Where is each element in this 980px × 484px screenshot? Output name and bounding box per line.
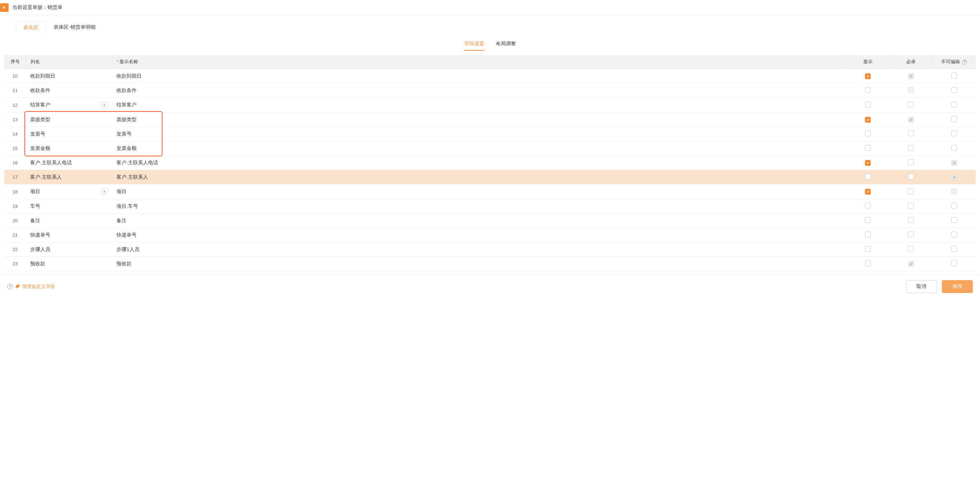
colname-label: 收款条件 xyxy=(30,88,50,94)
cell-display-name[interactable]: 项目.车号 xyxy=(112,199,846,213)
cell-colname: 步骤人员 xyxy=(26,242,112,257)
table-row[interactable]: 19车号项目.车号 xyxy=(4,199,976,213)
cell-locked xyxy=(932,156,976,170)
cell-required xyxy=(889,98,932,113)
cell-display-name[interactable]: 步骤1人员 xyxy=(112,242,846,257)
checkbox[interactable] xyxy=(865,145,871,151)
checkbox[interactable] xyxy=(865,246,871,252)
cell-display-name[interactable]: 收款到期日 xyxy=(112,69,846,83)
table-row[interactable]: 11收款条件收款条件 xyxy=(4,83,976,98)
checkbox[interactable] xyxy=(951,260,957,266)
outer-tab-1[interactable]: 表体区-销货单明细 xyxy=(46,21,103,34)
add-sub-field-button[interactable]: + xyxy=(101,101,108,108)
checkbox[interactable] xyxy=(951,217,957,223)
cell-display-name[interactable]: 快递单号 xyxy=(112,228,846,242)
table-row[interactable]: 22步骤人员步骤1人员 xyxy=(4,242,976,257)
add-sub-field-button[interactable]: + xyxy=(101,188,108,195)
cell-display-name[interactable]: 客户.主联系人 xyxy=(112,170,846,185)
checkbox[interactable] xyxy=(865,73,871,79)
checkbox[interactable] xyxy=(865,174,871,180)
cell-required xyxy=(889,141,932,156)
checkbox xyxy=(908,261,914,267)
cell-required xyxy=(889,113,932,127)
cell-show xyxy=(846,156,889,170)
table-row[interactable]: 13票据类型票据类型 xyxy=(4,113,976,127)
table-row[interactable]: 21快递单号快递单号 xyxy=(4,228,976,242)
cell-seq: 15 xyxy=(4,141,26,156)
cell-required xyxy=(889,156,932,170)
table-row[interactable]: 12结算客户+结算客户 xyxy=(4,98,976,113)
cell-locked xyxy=(932,257,976,271)
help-icon[interactable]: ? xyxy=(7,284,13,290)
save-button[interactable]: 保存 xyxy=(942,280,973,293)
footer-bar: ? 管理自定义字段 取消 保存 xyxy=(0,275,980,298)
cell-required xyxy=(889,185,932,199)
checkbox[interactable] xyxy=(951,102,957,108)
checkbox[interactable] xyxy=(865,117,871,123)
checkbox[interactable] xyxy=(865,260,871,266)
th-locked: 不可编辑 ? xyxy=(932,55,976,69)
checkbox[interactable] xyxy=(951,145,957,151)
table-row[interactable]: 15发票金额发票金额 xyxy=(4,141,976,156)
cell-colname: 发票金额 xyxy=(26,141,112,156)
cancel-button[interactable]: 取消 xyxy=(906,280,937,293)
checkbox[interactable] xyxy=(908,203,914,209)
checkbox[interactable] xyxy=(951,131,957,136)
checkbox[interactable] xyxy=(908,232,914,237)
cell-display-name[interactable]: 票据类型 xyxy=(112,113,846,127)
cell-required xyxy=(889,242,932,257)
checkbox[interactable] xyxy=(908,174,914,180)
help-icon[interactable]: ? xyxy=(962,60,967,65)
table-row[interactable]: 20备注备注 xyxy=(4,213,976,228)
checkbox[interactable] xyxy=(865,87,871,93)
cell-seq: 10 xyxy=(4,69,26,83)
checkbox[interactable] xyxy=(908,159,914,165)
checkbox xyxy=(951,188,957,194)
table-row[interactable]: 18项目+项目 xyxy=(4,185,976,199)
checkbox[interactable] xyxy=(951,203,957,209)
th-seq: 序号 xyxy=(4,55,26,69)
table-row[interactable]: 14发票号发票号 xyxy=(4,127,976,141)
cell-display-name[interactable]: 客户.主联系人电话 xyxy=(112,156,846,170)
cell-display-name[interactable]: 预收款 xyxy=(112,257,846,271)
cell-colname: 收款条件 xyxy=(26,83,112,98)
cell-display-name[interactable]: 收款条件 xyxy=(112,83,846,98)
checkbox[interactable] xyxy=(951,87,957,93)
cell-locked xyxy=(932,170,976,185)
cell-locked xyxy=(932,199,976,213)
checkbox[interactable] xyxy=(908,102,914,108)
cell-display-name[interactable]: 结算客户 xyxy=(112,98,846,113)
table-row[interactable]: 23预收款预收款 xyxy=(4,257,976,271)
cell-display-name[interactable]: 项目 xyxy=(112,185,846,199)
checkbox[interactable] xyxy=(865,102,871,108)
table-row[interactable]: 17客户.主联系人客户.主联系人 xyxy=(4,170,976,185)
outer-tab-0[interactable]: 表头区 xyxy=(16,21,46,34)
colname-label: 收款到期日 xyxy=(30,73,56,80)
checkbox[interactable] xyxy=(908,246,914,252)
checkbox[interactable] xyxy=(865,131,871,136)
manage-custom-fields-link[interactable]: 管理自定义字段 xyxy=(22,283,55,290)
checkbox[interactable] xyxy=(865,232,871,237)
collapse-button[interactable] xyxy=(0,3,9,12)
checkbox[interactable] xyxy=(865,203,871,209)
checkbox[interactable] xyxy=(951,246,957,252)
cell-seq: 18 xyxy=(4,185,26,199)
table-row[interactable]: 16客户.主联系人电话客户.主联系人电话 xyxy=(4,156,976,170)
sub-tab-0[interactable]: 字段设置 xyxy=(464,41,484,51)
checkbox[interactable] xyxy=(951,232,957,237)
cell-display-name[interactable]: 发票号 xyxy=(112,127,846,141)
checkbox[interactable] xyxy=(908,217,914,223)
checkbox[interactable] xyxy=(951,116,957,122)
checkbox[interactable] xyxy=(951,73,957,78)
cell-display-name[interactable]: 备注 xyxy=(112,213,846,228)
cell-locked xyxy=(932,113,976,127)
sub-tab-1[interactable]: 布局调整 xyxy=(496,41,516,51)
cell-display-name[interactable]: 发票金额 xyxy=(112,141,846,156)
table-row[interactable]: 10收款到期日收款到期日 xyxy=(4,69,976,83)
checkbox[interactable] xyxy=(865,217,871,223)
checkbox[interactable] xyxy=(865,160,871,166)
checkbox[interactable] xyxy=(865,189,871,194)
checkbox[interactable] xyxy=(908,131,914,136)
checkbox[interactable] xyxy=(908,188,914,194)
checkbox[interactable] xyxy=(908,145,914,151)
